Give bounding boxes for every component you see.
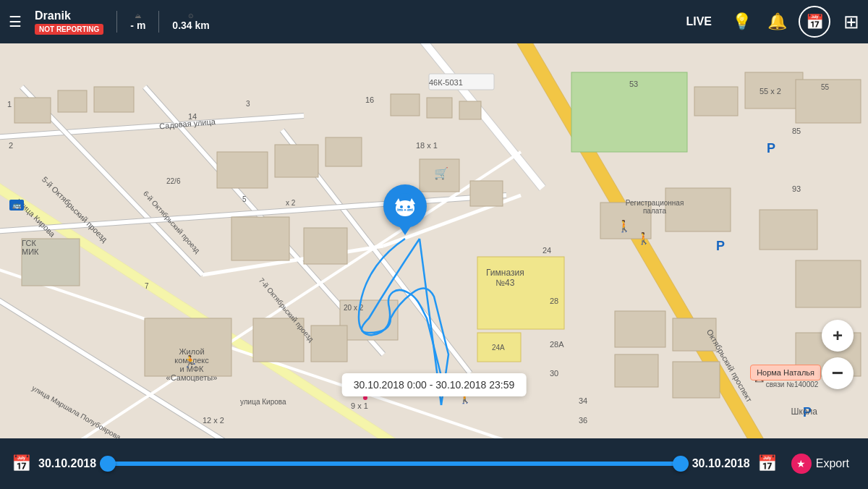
- altitude-stat: ⛰ - m: [130, 12, 145, 31]
- svg-rect-23: [571, 72, 687, 152]
- bell-icon[interactable]: 🔔: [767, 12, 787, 31]
- svg-rect-37: [340, 300, 398, 340]
- marker-circle: [383, 184, 427, 228]
- svg-rect-48: [615, 354, 658, 387]
- slider-fill: [108, 462, 681, 466]
- parking-1: P: [767, 141, 775, 156]
- timeline: 📅 30.10.2018 30.10.2018 📅 ★ Export: [0, 438, 868, 489]
- svg-point-63: [407, 205, 410, 208]
- norma-natalya-label: Норма Наталья: [750, 365, 821, 380]
- distance-icon: ⊙: [188, 12, 194, 20]
- svg-rect-31: [94, 87, 134, 112]
- end-date-label: 30.10.2018: [692, 457, 750, 470]
- bulb-icon[interactable]: 💡: [732, 12, 752, 31]
- export-label: Export: [816, 457, 849, 470]
- svg-rect-55: [22, 239, 80, 286]
- svg-rect-28: [477, 333, 521, 362]
- date-tooltip: 30.10.2018 0:00 - 30.10.2018 23:59: [342, 373, 527, 396]
- divider: [116, 11, 117, 33]
- svg-rect-34: [326, 137, 362, 166]
- zoom-minus-button[interactable]: −: [822, 357, 854, 389]
- altitude-icon: ⛰: [135, 12, 141, 20]
- start-date-label: 30.10.2018: [38, 457, 96, 470]
- school-label: Школа: [791, 407, 817, 417]
- divider2: [158, 11, 159, 33]
- svg-rect-49: [673, 362, 720, 398]
- not-reporting-badge: NOT REPORTING: [35, 24, 103, 35]
- map-container[interactable]: 46К-5031 Садовая улица 5-й Октябрьский п…: [0, 43, 868, 438]
- svg-rect-54: [470, 181, 503, 206]
- svg-rect-39: [253, 318, 304, 362]
- svg-rect-25: [745, 72, 803, 109]
- timeline-slider[interactable]: [108, 462, 681, 466]
- svg-rect-42: [665, 188, 731, 231]
- svg-rect-43: [760, 210, 817, 250]
- menu-icon[interactable]: ☰: [9, 13, 22, 30]
- header: ☰ Dranik NOT REPORTING ⛰ - m ⊙ 0.34 km L…: [0, 0, 868, 43]
- calendar-button[interactable]: 📅: [799, 6, 830, 38]
- cat-marker: [383, 184, 427, 235]
- cat-icon: [391, 192, 419, 220]
- svg-rect-51: [427, 98, 452, 118]
- bus-stop: 🚌: [9, 200, 24, 211]
- svg-rect-26: [796, 80, 861, 123]
- export-button[interactable]: ★ Export: [784, 449, 856, 478]
- svg-rect-57: [429, 74, 494, 90]
- distance-value: 0.34 km: [172, 20, 209, 31]
- altitude-value: - m: [130, 20, 145, 31]
- svg-rect-30: [58, 90, 87, 112]
- svg-rect-44: [796, 260, 861, 307]
- slider-left-handle[interactable]: [100, 456, 116, 472]
- svg-rect-50: [391, 94, 420, 116]
- person-icon-2: 🚶: [637, 231, 651, 245]
- slider-right-handle[interactable]: [673, 456, 689, 472]
- svg-rect-35: [231, 217, 289, 260]
- svg-rect-52: [459, 101, 481, 119]
- live-label: LIVE: [686, 15, 712, 28]
- svg-point-61: [396, 200, 414, 216]
- device-name: Dranik: [35, 9, 103, 22]
- parking-2: P: [716, 239, 725, 254]
- person-icon-1: 🚶: [617, 219, 631, 233]
- svg-rect-46: [615, 311, 665, 347]
- end-calendar-button[interactable]: 📅: [757, 454, 777, 473]
- start-calendar-button[interactable]: 📅: [12, 454, 31, 473]
- svg-rect-36: [304, 228, 347, 264]
- svg-rect-33: [275, 145, 318, 177]
- svg-rect-29: [14, 98, 51, 123]
- zoom-plus-button[interactable]: +: [822, 320, 854, 352]
- svg-rect-47: [673, 318, 716, 351]
- grid-icon[interactable]: ⊞: [843, 11, 859, 33]
- svg-rect-24: [694, 87, 738, 116]
- export-star-icon: ★: [791, 454, 812, 474]
- svg-rect-27: [477, 257, 564, 329]
- person-icon-3: 🏃: [183, 354, 197, 368]
- svg-rect-32: [217, 152, 268, 188]
- svg-rect-40: [311, 326, 347, 362]
- svg-point-62: [400, 205, 403, 208]
- device-info: Dranik NOT REPORTING: [35, 9, 103, 35]
- distance-stat: ⊙ 0.34 km: [172, 12, 209, 31]
